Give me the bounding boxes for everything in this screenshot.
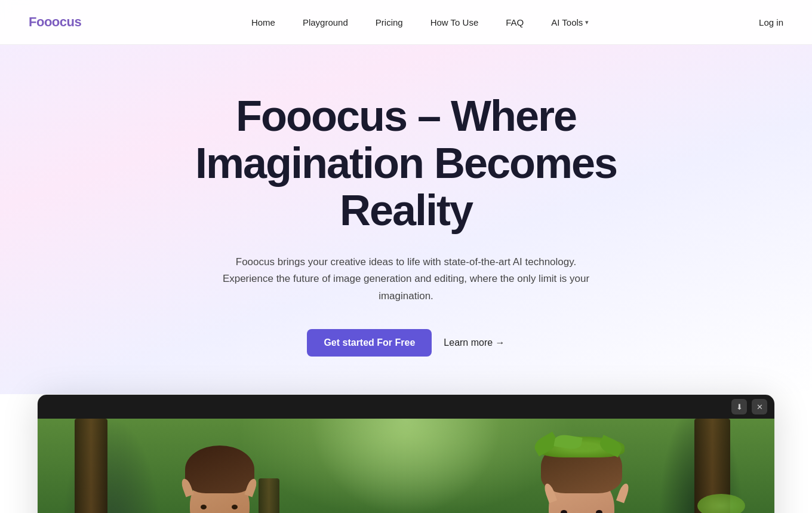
hero-section: Fooocus – Where Imagination Becomes Real… (0, 0, 812, 394)
char-left-hair (185, 446, 254, 493)
brand-logo[interactable]: Fooocus (29, 14, 81, 30)
download-icon: ⬇ (736, 403, 743, 411)
char-right-eye-left (561, 510, 567, 513)
char-right-eye-right (596, 510, 602, 513)
hero-subtitle: Fooocus brings your creative ideas to li… (209, 254, 603, 306)
preview-section: ⬇ ✕ (0, 394, 812, 513)
get-started-button[interactable]: Get started For Free (307, 329, 432, 357)
preview-image (38, 419, 774, 513)
hero-buttons: Get started For Free Learn more → (167, 329, 645, 357)
learn-more-button[interactable]: Learn more → (444, 337, 505, 348)
nav-link-pricing[interactable]: Pricing (365, 13, 414, 32)
moss-1 (697, 494, 745, 513)
nav-link-how-to-use[interactable]: How To Use (420, 13, 490, 32)
hero-content: Fooocus – Where Imagination Becomes Real… (167, 45, 645, 392)
nav-link-faq[interactable]: FAQ (495, 13, 534, 32)
nav-link-ai-tools[interactable]: AI Tools ▾ (540, 13, 599, 32)
tree-left (75, 419, 107, 513)
chevron-down-icon: ▾ (585, 19, 589, 26)
login-link[interactable]: Log in (759, 17, 783, 27)
close-button[interactable]: ✕ (752, 399, 767, 414)
navbar: Fooocus Home Playground Pricing How To U… (0, 0, 812, 45)
download-button[interactable]: ⬇ (731, 399, 747, 414)
hero-title: Fooocus – Where Imagination Becomes Real… (167, 93, 645, 235)
close-icon: ✕ (756, 403, 763, 411)
character-right (510, 454, 701, 513)
nav-link-home[interactable]: Home (241, 13, 286, 32)
preview-window: ⬇ ✕ (37, 394, 775, 513)
nav-link-playground[interactable]: Playground (292, 13, 359, 32)
character-left (148, 443, 315, 513)
preview-titlebar: ⬇ ✕ (38, 395, 774, 419)
nav-links: Home Playground Pricing How To Use FAQ A… (241, 13, 599, 32)
